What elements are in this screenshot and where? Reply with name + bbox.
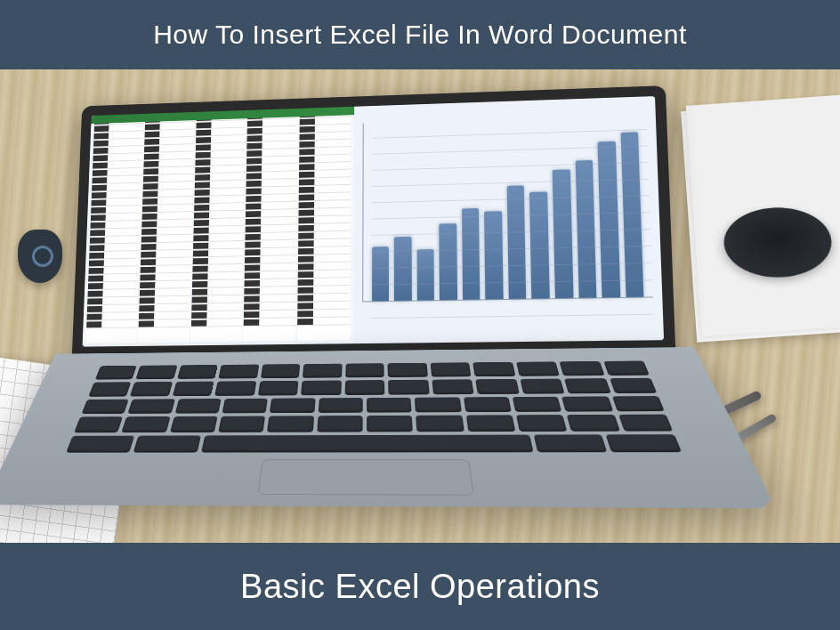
- hero-image: [0, 69, 840, 543]
- spread-column: [138, 116, 195, 343]
- spread-column: [190, 114, 246, 343]
- top-banner: How To Insert Excel File In Word Documen…: [0, 0, 840, 69]
- spreadsheet-grid: [83, 107, 354, 347]
- bottom-banner: Basic Excel Operations: [0, 543, 840, 630]
- spread-column: [85, 117, 143, 343]
- spread-column: [297, 110, 351, 341]
- spread-column: [244, 112, 298, 342]
- trackpad: [257, 459, 474, 496]
- keyboard-keys: [66, 360, 682, 452]
- earbud-device: [18, 230, 62, 283]
- page-subtitle: Basic Excel Operations: [240, 568, 600, 606]
- laptop-keyboard-deck: [0, 347, 776, 508]
- chart-panel: [353, 96, 664, 343]
- chart-gridlines: [371, 114, 654, 335]
- laptop-screen-frame: [72, 85, 675, 357]
- laptop: [65, 85, 722, 539]
- page-title: How To Insert Excel File In Word Documen…: [153, 20, 687, 50]
- laptop-screen: [83, 96, 665, 347]
